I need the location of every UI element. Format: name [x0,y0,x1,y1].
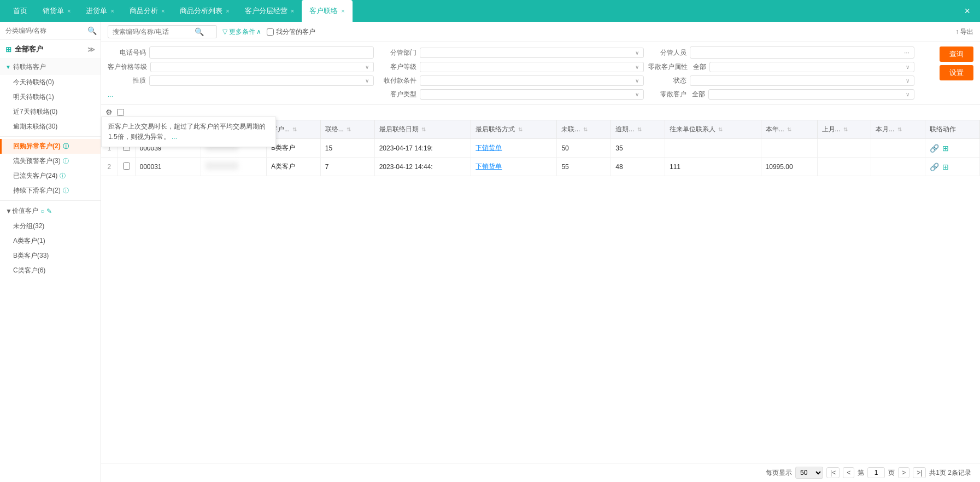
row-last-month-1 [817,139,871,158]
col-header-uncontacted[interactable]: 未联... ⇅ [557,120,611,139]
sidebar-collapse-icon[interactable]: ≫ [87,45,95,54]
sidebar-item-b-class[interactable]: B类客户(33) [0,248,101,263]
value-customers-edit-icon[interactable]: ✎ [46,207,52,215]
export-button[interactable]: ↑ 导出 [955,27,973,37]
col-header-contacts[interactable]: 联络... ⇅ [320,120,374,139]
expand-arrow-value-icon: ▼ [5,207,12,215]
sort-this-year-icon[interactable]: ⇅ [787,126,791,132]
sort-this-month-icon[interactable]: ⇅ [897,126,902,132]
filter-label-price-level: 客户价格等级 [108,62,147,72]
nav-goods-analysis-list[interactable]: 商品分析列表 × [172,0,237,22]
row-contacts-1: 15 [320,139,374,158]
sort-last-month-icon[interactable]: ⇅ [843,126,848,132]
col-header-this-month[interactable]: 本月... ⇅ [871,120,925,139]
row-type-2: A类客户 [267,158,321,176]
sidebar-item-c-class[interactable]: C类客户(6) [0,263,101,278]
nav-goods-analysis[interactable]: 商品分析 × [122,0,172,22]
divider-2 [0,200,101,201]
filter-select-retail-attr[interactable]: ∨ [709,62,914,72]
search-button-icon[interactable]: 🔍 [195,27,204,36]
filter-select-person[interactable]: ··· [690,47,914,59]
close-contact-icon[interactable]: × [341,8,344,14]
close-purchase-icon[interactable]: × [110,8,114,14]
last-page-btn[interactable]: >| [913,467,926,478]
col-header-last-month[interactable]: 上月... ⇅ [817,120,871,139]
sort-overdue-icon[interactable]: ⇅ [637,126,642,132]
filter-cell-more: ... [108,91,374,98]
nav-customer-segment[interactable]: 客户分层经营 × [237,0,302,22]
close-goods-list-icon[interactable]: × [226,8,229,14]
next-page-btn[interactable]: > [898,467,909,478]
sidebar-item-lost[interactable]: 已流失客户(24) ⓘ [0,169,101,183]
sidebar-search-input[interactable] [5,27,87,34]
chevron-level-icon: ∨ [635,64,639,70]
sidebar-group-value[interactable]: ▼ 价值客户 ○ ✎ [0,203,101,219]
filter-select-status[interactable]: ∨ [690,76,914,86]
sidebar-item-unclassified[interactable]: 未分组(32) [0,219,101,234]
nav-sales[interactable]: 销货单 × [35,0,78,22]
sidebar-item-a-class[interactable]: A类客户(1) [0,234,101,248]
sidebar-item-overdue-contact[interactable]: 逾期未联络(30) [0,119,101,134]
table-row: 2 000031 A类客户 7 2023-04-12 14:44: 下销货单 [101,158,980,176]
row-1-link-icon[interactable]: 🔗 [930,144,939,153]
row-1-grid-icon[interactable]: ⊞ [942,144,949,153]
sidebar-search-icon[interactable]: 🔍 [87,26,97,35]
more-filter-btn[interactable]: ... [108,91,113,98]
filter-cell-person: 分管人员 ··· [648,47,914,59]
query-button[interactable]: 查询 [940,47,973,62]
settings-button[interactable]: 设置 [940,65,973,80]
value-customers-circle-icon[interactable]: ○ [40,207,44,215]
sort-last-date-icon[interactable]: ⇅ [421,126,426,132]
select-all-checkbox[interactable] [117,109,124,116]
table-settings-gear-icon[interactable]: ⚙ [105,108,113,117]
row-last-method-link-1[interactable]: 下销货单 [476,144,502,152]
sidebar-item-tomorrow[interactable]: 明天待联络(1) [0,90,101,104]
col-header-overdue[interactable]: 逾期... ⇅ [611,120,665,139]
col-header-last-method[interactable]: 最后联络方式 ⇅ [471,120,557,139]
filter-select-customer-level[interactable]: ∨ [420,62,644,72]
sidebar-item-today[interactable]: 今天待联络(0) [0,75,101,90]
filter-input-phone[interactable] [149,47,374,59]
grid-icon: ⊞ [5,45,11,54]
close-sales-icon[interactable]: × [67,8,71,14]
row-2-checkbox[interactable] [123,162,130,170]
nav-purchase[interactable]: 进货单 × [78,0,121,22]
filter-select-price-level[interactable]: ∨ [150,62,374,72]
row-2-link-icon[interactable]: 🔗 [930,162,939,171]
row-2-grid-icon[interactable]: ⊞ [942,162,949,171]
sidebar-item-7days[interactable]: 近7天待联络(0) [0,104,101,119]
per-page-select[interactable]: 50 100 200 [795,467,823,479]
col-header-last-date[interactable]: 最后联络日期 ⇅ [374,120,471,139]
nav-home[interactable]: 首页 [5,0,35,22]
filter-select-payment[interactable]: ∨ [420,76,644,86]
filter-select-retail-customer[interactable]: ∨ [708,89,914,100]
page-input[interactable] [867,467,885,478]
sidebar-group-pending[interactable]: ▼ 待联络客户 [0,59,101,75]
nav-customer-contact[interactable]: 客户联络 × [302,0,352,22]
search-input[interactable] [113,28,195,36]
sidebar-item-repurchase-abnormal[interactable]: 回购异常客户(2) ⓘ [0,139,101,154]
sidebar-all-customers[interactable]: ⊞ 全部客户 ≫ [0,40,101,59]
my-customers-checkbox[interactable] [267,28,274,36]
sort-uncontacted-icon[interactable]: ⇅ [583,126,588,132]
more-conditions-btn[interactable]: ▽ 更多条件 ∧ [222,27,261,37]
row-last-method-link-2[interactable]: 下销货单 [476,162,502,170]
first-page-btn[interactable]: |< [826,467,840,478]
sort-contacts-icon[interactable]: ⇅ [347,126,351,132]
sort-type-icon[interactable]: ⇅ [292,126,297,132]
col-header-this-year[interactable]: 本年... ⇅ [761,120,817,139]
sort-company-contacts-icon[interactable]: ⇅ [718,126,723,132]
prev-page-btn[interactable]: < [843,467,854,478]
close-segment-icon[interactable]: × [291,8,294,14]
app-close-button[interactable]: × [960,5,975,17]
close-goods-analysis-icon[interactable]: × [161,8,165,14]
filter-select-customer-type[interactable]: ∨ [420,89,644,100]
filter-label-payment: 收付款条件 [378,76,416,85]
sort-last-method-icon[interactable]: ⇅ [518,126,523,132]
sidebar-item-declining[interactable]: 持续下滑客户(2) ⓘ [0,183,101,198]
filter-select-nature[interactable]: ∨ [149,76,374,86]
filter-select-dept[interactable]: ∨ [420,48,644,58]
sidebar-item-lost-warning[interactable]: 流失预警客户(3) ⓘ [0,154,101,169]
col-header-company-contacts[interactable]: 往来单位联系人 ⇅ [665,120,761,139]
tooltip-more-link[interactable]: ... [172,133,177,141]
